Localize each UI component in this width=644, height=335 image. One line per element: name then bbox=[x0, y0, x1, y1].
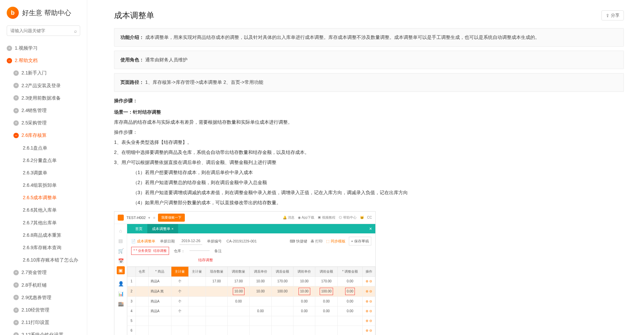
search-input[interactable] bbox=[7, 25, 80, 36]
nav-tree: +1.视频学习 –2.帮助文档 +2.1新手入门 +2.2产品安装及登录 +2.… bbox=[0, 42, 87, 335]
table-row: 1商品A个17.0017.0010.00170.0010.00170.000.0… bbox=[127, 276, 375, 286]
store-icon: 🏬 bbox=[118, 299, 123, 304]
nav-2-12[interactable]: +2.12系统个性化设置 bbox=[0, 329, 87, 335]
intro-block: 功能介绍： 成本调整单，用来实现对商品结存成本的调整，以及针对具体的出入库单进行… bbox=[114, 28, 624, 47]
nav-2-6-8[interactable]: 2.6.8商品成本重算 bbox=[0, 229, 87, 241]
main-content: 成本调整单 ⇪ 分享 功能介绍： 成本调整单，用来实现对商品结存成本的调整，以及… bbox=[87, 0, 644, 335]
plus-icon: + bbox=[13, 295, 19, 300]
plus-icon: + bbox=[13, 332, 19, 335]
scene1-title: 场景一：针对结存调整 bbox=[114, 107, 624, 117]
nav-2-10[interactable]: +2.10经营管理 bbox=[0, 304, 87, 316]
nav-2-5[interactable]: +2.5采购管理 bbox=[0, 117, 87, 129]
close-icon: × bbox=[369, 224, 372, 233]
ss-tabs: 首页 成本调整单 × × bbox=[127, 224, 375, 233]
brand-title: 好生意 帮助中心 bbox=[22, 8, 71, 17]
ss-workspace: TEST-H002 bbox=[126, 214, 146, 221]
role-label: 使用角色： bbox=[120, 57, 144, 62]
page-title: 成本调整单 bbox=[114, 10, 154, 21]
nav-2-1[interactable]: +2.1新手入门 bbox=[0, 67, 87, 79]
ss-callout-1: 结存调整 bbox=[131, 256, 371, 264]
avatar-icon: 🐱 bbox=[360, 214, 364, 221]
step-3-1: （1）若用户想要调整结存成本，则在调后单价中录入成本 bbox=[114, 168, 624, 177]
nav-2-2[interactable]: +2.2产品安装及登录 bbox=[0, 79, 87, 92]
plus-icon: + bbox=[7, 46, 12, 51]
th-unit2: 主计量 bbox=[189, 267, 206, 276]
ss-date-label: 单据日期 bbox=[160, 237, 175, 245]
search-box: ⌕ bbox=[7, 25, 80, 36]
nav-2-6-2[interactable]: 2.6.2分量盘点单 bbox=[0, 154, 87, 167]
nav-2-11[interactable]: +2.11打印设置 bbox=[0, 316, 87, 329]
plus-icon: + bbox=[13, 320, 19, 325]
th-aup: 调后单价 bbox=[250, 267, 271, 276]
nav-2-7[interactable]: +2.7资金管理 bbox=[0, 266, 87, 279]
ss-new-button: 我要做账一下 bbox=[158, 214, 185, 222]
nav-2-3[interactable]: +2.3使用前数据准备 bbox=[0, 92, 87, 104]
step-2: 2、在明细中选择要调整的商品及仓库，系统会自动带出结存数量和结存金额，以及结存成… bbox=[114, 148, 624, 157]
ss-logo-icon bbox=[118, 215, 124, 221]
plus-icon: + bbox=[13, 95, 19, 101]
cart-icon: 🛒 bbox=[118, 246, 123, 252]
table-row: 4商品A个0.000.000.000.00⊕ ⊖ bbox=[127, 306, 375, 316]
step-3-4: （4）如果用户只调整部分数量的成本，可以直接修改带出的结存数量。 bbox=[114, 198, 624, 207]
ss-tab-home: 首页 bbox=[130, 224, 147, 233]
nav-2-6-7[interactable]: 2.6.7其他出库单 bbox=[0, 217, 87, 229]
path-text: 1、库存核算->库存管理->成本调整单 2、首页->常用功能 bbox=[145, 79, 263, 85]
plus-icon: + bbox=[13, 270, 19, 275]
share-button[interactable]: ⇪ 分享 bbox=[601, 10, 624, 20]
path-label: 页面路径： bbox=[120, 79, 144, 85]
nav-2-6-5[interactable]: 2.6.5成本调整单 bbox=[0, 191, 87, 204]
scene1-desc: 库存商品的结存成本与实际成本有差异，需要根据结存数量和实际单位成本进行调整。 bbox=[114, 117, 624, 127]
plus-icon: + bbox=[13, 308, 19, 313]
nav-2-6-9[interactable]: 2.6.9库存账本查询 bbox=[0, 241, 87, 254]
nav-2-6-4[interactable]: 2.6.4组装拆卸单 bbox=[0, 179, 87, 191]
ss-code-label: 单据编号 bbox=[207, 237, 222, 245]
table-row: 2商品A 黑个10.0010.00100.0010.00100.000.00⊕ … bbox=[127, 286, 375, 296]
article-body: 操作步骤： 场景一：针对结存调整 库存商品的结存成本与实际成本有差异，需要根据结… bbox=[114, 96, 624, 335]
nav-2-6-3[interactable]: 2.6.3调拨单 bbox=[0, 167, 87, 179]
brand-row: b 好生意 帮助中心 bbox=[0, 7, 87, 25]
ss-print: 🖶 打印 bbox=[311, 237, 323, 245]
ss-tpl: ⬚ 同步模板 bbox=[326, 237, 345, 245]
brand-logo-icon: b bbox=[7, 7, 19, 19]
ss-remark-label: 备注 bbox=[214, 247, 222, 255]
th-unit1: 主计量 bbox=[171, 267, 188, 276]
th-idx bbox=[127, 267, 136, 276]
th-bamt: 调前金额 bbox=[315, 267, 337, 276]
search-icon[interactable]: ⌕ bbox=[74, 28, 77, 34]
plus-icon: + bbox=[13, 83, 19, 88]
steps2-label: 操作步骤： bbox=[114, 127, 624, 137]
nav-2-docs[interactable]: –2.帮助文档 bbox=[0, 54, 87, 67]
intro-label: 功能介绍： bbox=[120, 35, 144, 40]
wallet-icon: 📊 bbox=[118, 289, 123, 294]
nav-2-6-6[interactable]: 2.6.6其他入库单 bbox=[0, 204, 87, 216]
nav-2-6-1[interactable]: 2.6.1盘点单 bbox=[0, 142, 87, 154]
ss-quick: ⌨ 快捷键 bbox=[290, 237, 307, 245]
nav-2-6[interactable]: –2.6库存核算 bbox=[0, 129, 87, 142]
calendar-icon: 📅 bbox=[118, 256, 123, 262]
ss-form-title: 📄 成本调整单 bbox=[131, 237, 155, 245]
embedded-screenshot: TEST-H002 ▾ ≡ 我要做账一下 🔔 消息 ◉ App下载 ▣ 视频教程… bbox=[114, 211, 376, 335]
table-row: 6⊕ ⊖ bbox=[127, 326, 375, 335]
role-text: 通常由财务人员维护 bbox=[145, 57, 187, 62]
home-icon: ⌂ bbox=[118, 226, 123, 231]
ss-left-rail: ⌂ ▤ 🛒 📅 ▣ 👤 📊 🏬 bbox=[114, 224, 127, 335]
step-1: 1、表头业务类型选择【结存调整】。 bbox=[114, 137, 624, 147]
nav-2-9[interactable]: +2.9优惠券管理 bbox=[0, 291, 87, 304]
nav-2-8[interactable]: +2.8手机旺铺 bbox=[0, 279, 87, 291]
table-row: 3商品A个0.000.000.000.00⊕ ⊖ bbox=[127, 296, 375, 306]
doc-icon: ▤ bbox=[118, 236, 123, 241]
step-3: 3、用户可以根据调整依据直接在调后单价、调后金额、调整金额列上进行调整 bbox=[114, 158, 624, 167]
ss-date: 2019-12-26 bbox=[179, 237, 202, 245]
th-prod: * 商品 bbox=[148, 267, 171, 276]
plus-icon: + bbox=[13, 70, 19, 76]
ss-grid: 仓库 * 商品 主计量 主计量 现存数量 调前数量 调后单价 调后金额 调前单价 bbox=[127, 267, 375, 335]
th-adj: * 调整金额 bbox=[337, 267, 363, 276]
ss-type-field: * * 业务类型 结存调整 bbox=[131, 247, 169, 255]
nav-2-6-10[interactable]: 2.6.10库存账本错了怎么办 bbox=[0, 254, 87, 266]
plus-icon: + bbox=[13, 120, 19, 126]
steps-heading: 操作步骤： bbox=[114, 96, 624, 105]
menu-icon: ≡ bbox=[153, 214, 155, 221]
nav-2-4[interactable]: +2.4销售管理 bbox=[0, 104, 87, 117]
nav-1-video[interactable]: +1.视频学习 bbox=[0, 42, 87, 54]
step-3-2: （2）若用户知道调整总的结存金额，则在调后金额中录入总金额 bbox=[114, 178, 624, 187]
